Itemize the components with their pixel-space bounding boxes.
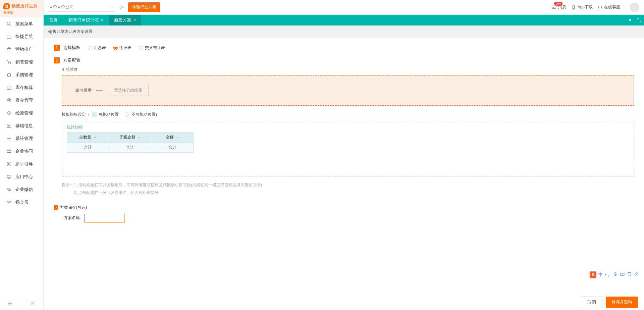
connector-line [96, 90, 103, 91]
logo-icon: b [3, 3, 10, 9]
dimension-dropzone[interactable]: 纵向维度 请选择分组维度 [62, 75, 634, 106]
dimension-select[interactable]: 请选择分组维度 [108, 85, 149, 96]
tab-home[interactable]: 首页 [44, 15, 63, 25]
list-icon [6, 123, 12, 129]
ime-lang[interactable]: 中 [598, 272, 603, 278]
ime-tool-icon[interactable] [634, 272, 639, 278]
sidebar-item-guide[interactable]: 新手引导 [0, 158, 43, 170]
sidebar-item-purchase[interactable]: 采购管理 [0, 68, 43, 81]
save-scheme-checkbox[interactable] [54, 205, 58, 210]
step-badge-2: 2 [54, 57, 60, 63]
ime-toolbar[interactable]: S 中 •， [588, 270, 641, 279]
svg-point-7 [8, 138, 10, 139]
step-2-row: 2 方案配置 [54, 57, 634, 63]
svg-point-17 [573, 8, 574, 9]
metric-header-amount[interactable]: 金额 [151, 133, 193, 142]
chevron-down-icon [93, 136, 97, 139]
svg-rect-16 [573, 5, 574, 9]
chevron-down-icon [138, 136, 141, 139]
vip-icon [6, 199, 12, 205]
close-icon[interactable]: × [133, 18, 136, 22]
tabs-expand-button[interactable] [635, 15, 644, 25]
ime-keyboard-icon[interactable] [620, 272, 625, 278]
gift-icon [6, 46, 12, 52]
svg-point-2 [8, 63, 9, 64]
scheme-name-input[interactable] [84, 214, 124, 222]
chevron-down-icon [110, 5, 114, 9]
sidebar-item-collab[interactable]: 企业协同 [0, 145, 43, 158]
sidebar-item-quicknav[interactable]: 快捷导航 [0, 30, 43, 43]
svg-point-3 [10, 63, 10, 64]
sidebar-item-apps[interactable]: 应用中心 [0, 170, 43, 183]
metric-cell: 合计 [109, 142, 151, 152]
avatar[interactable] [630, 3, 639, 12]
metric-col-amount[interactable]: 金额 合计 [151, 132, 194, 153]
sidebar-item-sales[interactable]: 销售管理 [0, 56, 43, 68]
ime-skin-icon[interactable] [627, 272, 632, 278]
page-title: 销售订单统计表方案设置 [44, 25, 644, 38]
tab-sales-order-stats[interactable]: 销售订单统计表× [63, 15, 109, 25]
sidebar-item-operation[interactable]: 经营管理 [0, 107, 43, 119]
svg-point-0 [7, 22, 10, 25]
chevron-down-icon [176, 136, 179, 139]
bag-icon [6, 72, 12, 78]
dimension-header: 汇总维度 [62, 67, 634, 72]
cancel-button[interactable]: 取消 [581, 297, 602, 308]
metric-header-pretax[interactable]: 无税金额 [109, 133, 151, 142]
wechat-icon [6, 187, 12, 193]
sidebar-item-inventory[interactable]: 库存核算 [0, 81, 43, 94]
company-select[interactable]: XXXXXX公司 [48, 3, 115, 12]
metric-dropzone: 统计指标 主数量 合计 无税金额 合计 金额 合计 [62, 121, 634, 176]
sidebar-item-basicinfo[interactable]: 基础信息 [0, 119, 43, 132]
ime-punct-icon[interactable]: •， [605, 272, 611, 278]
tv-icon [6, 174, 12, 180]
svg-point-14 [121, 7, 122, 8]
ime-mic-icon[interactable] [613, 272, 618, 278]
topbar: XXXXXX公司 体验行业方案 99+ 消息 App下载 在线客服 [44, 0, 644, 15]
save-query-button[interactable]: 保存并查询 [606, 297, 638, 308]
radio-summary[interactable]: 汇总表 [88, 45, 106, 51]
metric-table: 主数量 合计 无税金额 合计 金额 合计 [67, 132, 629, 153]
collapse-icon[interactable] [31, 301, 36, 307]
step-1-title: 选择模板 [63, 45, 80, 51]
svg-rect-15 [552, 6, 556, 8]
tabs-close-button[interactable] [625, 15, 635, 25]
chart-icon [6, 110, 12, 116]
logo-block: b 畅捷通好生意 标准版 [0, 0, 43, 17]
metric-cell: 合计 [67, 142, 109, 152]
messages-link[interactable]: 99+ 消息 [551, 4, 566, 10]
logo-edition: 标准版 [3, 10, 40, 15]
promo-button[interactable]: 体验行业方案 [128, 2, 160, 12]
metric-col-pretax[interactable]: 无税金额 合计 [109, 132, 151, 153]
close-icon[interactable]: × [101, 18, 103, 22]
legend-row: 模板指标设定（ 可拖动位置 不可拖动位置) [62, 112, 634, 117]
legend-swatch-locked [125, 112, 129, 117]
settings-icon[interactable] [7, 301, 13, 307]
sidebar: b 畅捷通好生意 标准版 搜索菜单 快捷导航 营销推广 销售管理 采购管理 库存… [0, 0, 44, 310]
svg-rect-20 [615, 272, 616, 275]
company-settings-button[interactable] [119, 4, 125, 10]
metric-col-qty[interactable]: 主数量 合计 [67, 132, 109, 153]
metric-header-qty[interactable]: 主数量 [67, 133, 109, 142]
action-bar: 取消 保存并查询 [44, 294, 644, 310]
step-1-row: 1 选择模板 汇总表 明细表 交叉统计表 [54, 45, 634, 51]
tabs-bar: 首页 销售订单统计表× 新建方案× [44, 15, 644, 25]
logo-text: 畅捷通好生意 [11, 3, 38, 9]
sidebar-item-system[interactable]: 系统管理 [0, 132, 43, 145]
radio-cross[interactable]: 交叉统计表 [139, 45, 165, 51]
legend-swatch-movable [92, 112, 97, 117]
ime-logo-icon: S [590, 271, 596, 278]
online-service-link[interactable]: 在线客服 [597, 4, 620, 10]
radio-detail[interactable]: 明细表 [113, 45, 131, 51]
svg-rect-8 [7, 150, 11, 152]
app-download-link[interactable]: App下载 [571, 4, 593, 10]
step-badge-1: 1 [54, 45, 60, 51]
hint-block: 提示：1. 拖动标题栏可以调整布局，不可跨维度或指标区域拖动栏目字段(只能在同一… [62, 181, 634, 197]
save-scheme-label: 方案保存(可选) [60, 205, 87, 210]
sidebar-item-wechat[interactable]: 企业微信 [0, 183, 43, 196]
sidebar-item-member[interactable]: 畅会员 [0, 196, 43, 209]
sidebar-item-finance[interactable]: 资金管理 [0, 94, 43, 107]
sidebar-item-marketing[interactable]: 营销推广 [0, 43, 43, 56]
sidebar-item-search[interactable]: 搜索菜单 [0, 17, 43, 30]
tab-new-scheme[interactable]: 新建方案× [109, 15, 141, 25]
